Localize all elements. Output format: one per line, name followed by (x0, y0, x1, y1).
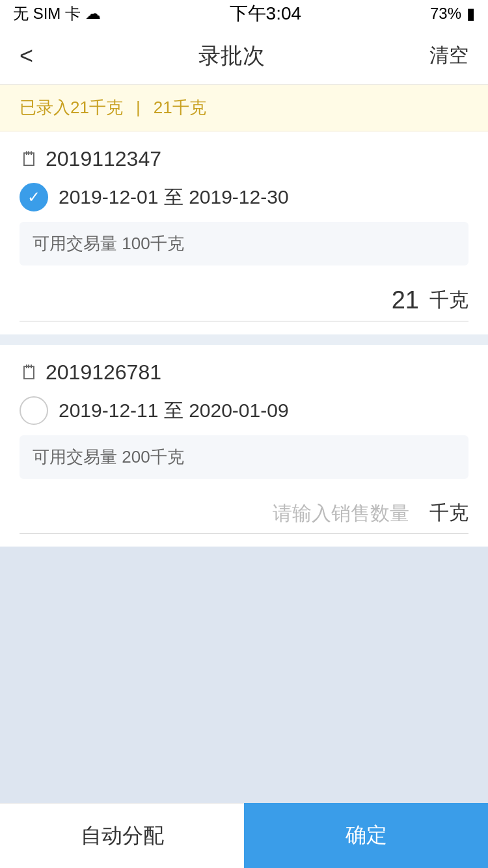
auto-distribute-label: 自动分配 (81, 822, 164, 850)
batch1-radio[interactable]: ✓ (20, 183, 48, 211)
batch1-qty-row: 21 千克 (0, 276, 488, 314)
status-right: 73% ▮ (430, 5, 475, 23)
status-left: 无 SIM 卡 ☁ (13, 3, 101, 24)
battery-text: 73% (430, 5, 461, 23)
batch1-header: 🗒 2019112347 (0, 131, 488, 178)
batch1-id: 2019112347 (46, 147, 161, 171)
batch1-icon: 🗒 (20, 148, 39, 170)
batch1-select-row[interactable]: ✓ 2019-12-01 至 2019-12-30 (0, 178, 488, 217)
auto-distribute-button[interactable]: 自动分配 (0, 803, 244, 868)
batch2-card: 🗒 2019126781 2019-12-11 至 2020-01-09 可用交… (0, 345, 488, 547)
info-banner: 已录入21千克 | 21千克 (0, 85, 488, 131)
confirm-label: 确定 (346, 821, 387, 850)
empty-area (0, 547, 488, 803)
batch1-qty-unit: 千克 (429, 287, 468, 314)
batch2-date-range: 2019-12-11 至 2020-01-09 (59, 398, 289, 424)
total-value: 21千克 (154, 96, 206, 119)
batch1-qty-value: 21 (392, 286, 419, 314)
check-icon: ✓ (27, 188, 40, 206)
bottom-bar: 自动分配 确定 (0, 803, 488, 868)
batch2-header: 🗒 2019126781 (0, 345, 488, 391)
batch2-unit: 千克 (429, 500, 468, 526)
batch2-select-row[interactable]: 2019-12-11 至 2020-01-09 (0, 391, 488, 430)
nav-bar: < 录批次 清空 (0, 27, 488, 85)
battery-icon: ▮ (467, 5, 475, 23)
back-icon: < (20, 42, 33, 69)
back-button[interactable]: < (20, 42, 33, 70)
batch2-id: 2019126781 (46, 360, 161, 385)
batch2-underline (20, 533, 468, 534)
status-time: 下午3:04 (230, 1, 302, 26)
batch1-date-range: 2019-12-01 至 2019-12-30 (59, 184, 289, 211)
divider: | (136, 98, 141, 118)
batch2-input-row[interactable]: 千克 (0, 489, 488, 526)
status-bar: 无 SIM 卡 ☁ 下午3:04 73% ▮ (0, 0, 488, 27)
content-area: 🗒 2019112347 ✓ 2019-12-01 至 2019-12-30 可… (0, 131, 488, 868)
confirm-button[interactable]: 确定 (244, 803, 488, 868)
sim-text: 无 SIM 卡 ☁ (13, 3, 101, 24)
batch1-card: 🗒 2019112347 ✓ 2019-12-01 至 2019-12-30 可… (0, 131, 488, 334)
batch2-qty-input[interactable] (20, 502, 419, 524)
batch2-icon: 🗒 (20, 362, 39, 384)
batch1-underline (20, 321, 468, 321)
recorded-label: 已录入21千克 (20, 96, 123, 119)
clear-button[interactable]: 清空 (429, 42, 468, 69)
page-title: 录批次 (198, 41, 265, 71)
section-separator (0, 334, 488, 345)
batch2-radio[interactable] (20, 396, 48, 425)
batch1-avail: 可用交易量 100千克 (20, 222, 468, 265)
batch2-avail: 可用交易量 200千克 (20, 435, 468, 479)
